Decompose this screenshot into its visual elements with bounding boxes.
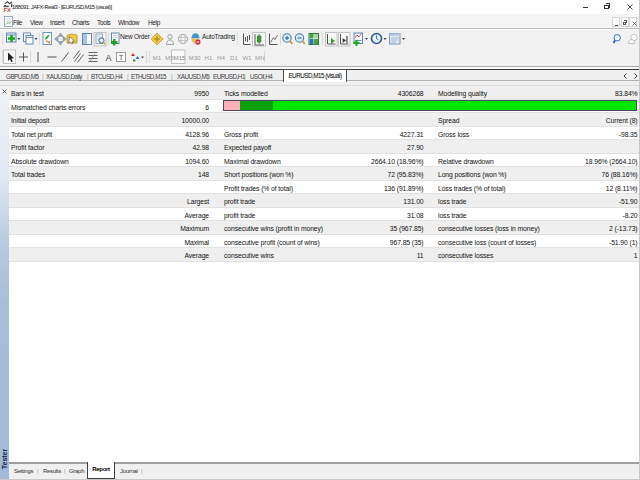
svg-text:A: A <box>106 53 112 63</box>
svg-text:M15: M15 <box>174 54 187 61</box>
svg-text:M1: M1 <box>153 54 162 61</box>
svg-text:T: T <box>119 53 124 62</box>
svg-text:H1: H1 <box>205 54 213 61</box>
svg-text:D1: D1 <box>230 54 238 61</box>
svg-text:M30: M30 <box>189 54 202 61</box>
svg-text:H4: H4 <box>217 54 225 61</box>
svg-text:MN: MN <box>255 54 265 61</box>
svg-text:W1: W1 <box>243 54 253 61</box>
svg-text:FX: FX <box>4 7 12 12</box>
